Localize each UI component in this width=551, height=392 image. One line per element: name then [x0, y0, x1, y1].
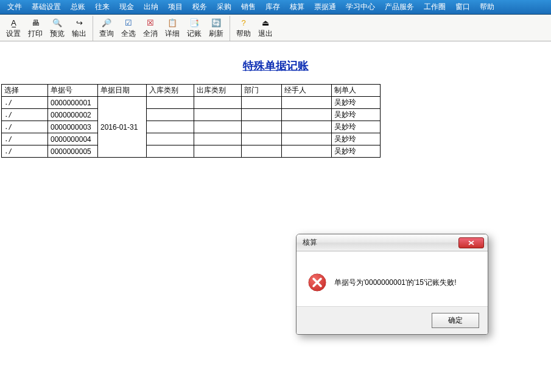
- toolbar-button-label: 详细: [165, 29, 180, 39]
- table-header-row: 选择单据号单据日期入库类别出库类别部门经手人制单人: [2, 85, 381, 97]
- table-row[interactable]: ./0000000004吴妙玲: [2, 133, 381, 145]
- toolbar-group: 🔎查询☑全选☒全消📋详细📑记账🔄刷新: [96, 16, 230, 41]
- cell: ./: [2, 121, 48, 133]
- close-icon: [468, 240, 474, 245]
- menu-item[interactable]: 学习中心: [341, 0, 380, 14]
- cell: [282, 121, 332, 133]
- menu-item[interactable]: 现金: [114, 0, 139, 14]
- cell: [147, 133, 194, 145]
- 打印-icon: 🖶: [30, 18, 40, 28]
- toolbar-button-预览[interactable]: 🔍预览: [46, 16, 68, 41]
- menu-item[interactable]: 产品服务: [380, 0, 419, 14]
- toolbar-button-label: 退出: [258, 29, 273, 39]
- 记账-icon: 📑: [189, 18, 199, 28]
- toolbar-button-打印[interactable]: 🖶打印: [24, 16, 46, 41]
- toolbar-button-全选[interactable]: ☑全选: [118, 16, 139, 41]
- toolbar-button-label: 全选: [121, 29, 136, 39]
- toolbar-button-详细[interactable]: 📋详细: [161, 16, 183, 41]
- dialog-title: 核算: [303, 237, 317, 248]
- menu-bar: 文件基础设置总账往来现金出纳项目税务采购销售库存核算票据通学习中心产品服务工作圈…: [0, 0, 551, 15]
- message-dialog: 核算 单据号为'0000000001'的'15'记账失败! 确定: [296, 234, 488, 335]
- cell: [242, 109, 282, 121]
- toolbar-button-label: 记账: [187, 29, 202, 39]
- data-table: 选择单据号单据日期入库类别出库类别部门经手人制单人 ./000000000120…: [1, 84, 381, 158]
- cell: [242, 145, 282, 158]
- 全消-icon: ☒: [146, 18, 155, 28]
- menu-item[interactable]: 核算: [285, 0, 309, 14]
- table-row[interactable]: ./0000000003吴妙玲: [2, 121, 381, 133]
- dialog-titlebar[interactable]: 核算: [297, 234, 488, 251]
- 预览-icon: 🔍: [52, 18, 62, 28]
- cell: [282, 133, 332, 145]
- menu-item[interactable]: 采购: [212, 0, 236, 14]
- cell: [282, 97, 332, 109]
- cell: ./: [2, 97, 48, 109]
- menu-item[interactable]: 总账: [66, 0, 90, 14]
- dialog-close-button[interactable]: [458, 237, 484, 248]
- 帮助-icon: ?: [239, 18, 248, 28]
- toolbar-button-刷新[interactable]: 🔄刷新: [205, 16, 227, 41]
- toolbar-button-全消[interactable]: ☒全消: [139, 16, 161, 41]
- menu-item[interactable]: 税务: [188, 0, 212, 14]
- 退出-icon: ⏏: [261, 18, 270, 28]
- toolbar-group: ?帮助⏏退出: [233, 16, 279, 41]
- cell: 吴妙玲: [332, 145, 381, 158]
- cell: 0000000005: [48, 145, 98, 158]
- cell: [194, 109, 242, 121]
- toolbar-group: A̲设置🖶打印🔍预览↪输出: [2, 16, 93, 41]
- menu-item[interactable]: 出纳: [139, 0, 163, 14]
- toolbar-button-设置[interactable]: A̲设置: [2, 16, 24, 41]
- error-icon: [307, 273, 327, 292]
- toolbar-button-帮助[interactable]: ?帮助: [233, 16, 254, 41]
- cell: [147, 109, 194, 121]
- column-header: 入库类别: [147, 85, 194, 97]
- cell: [242, 97, 282, 109]
- menu-item[interactable]: 往来: [90, 0, 114, 14]
- toolbar-button-记账[interactable]: 📑记账: [183, 16, 205, 41]
- column-header: 制单人: [332, 85, 381, 97]
- cell: 0000000003: [48, 121, 98, 133]
- menu-item[interactable]: 项目: [163, 0, 188, 14]
- cell: [194, 133, 242, 145]
- menu-item[interactable]: 文件: [2, 0, 27, 14]
- cell: [194, 121, 242, 133]
- menu-item[interactable]: 帮助: [475, 0, 499, 14]
- menu-item[interactable]: 基础设置: [27, 0, 66, 14]
- page-title: 特殊单据记账: [243, 60, 309, 72]
- cell: ./: [2, 145, 48, 158]
- cell: 吴妙玲: [332, 133, 381, 145]
- table-row[interactable]: ./0000000002吴妙玲: [2, 109, 381, 121]
- toolbar-button-label: 帮助: [236, 29, 251, 39]
- cell: 0000000002: [48, 109, 98, 121]
- menu-item[interactable]: 票据通: [309, 0, 341, 14]
- page-title-wrap: 特殊单据记账: [0, 41, 551, 84]
- column-header: 选择: [2, 85, 48, 97]
- menu-item[interactable]: 库存: [261, 0, 285, 14]
- column-header: 单据日期: [98, 85, 147, 97]
- 输出-icon: ↪: [74, 18, 84, 28]
- menu-item[interactable]: 工作圈: [419, 0, 451, 14]
- menu-item[interactable]: 窗口: [451, 0, 475, 14]
- toolbar-button-退出[interactable]: ⏏退出: [254, 16, 276, 41]
- 刷新-icon: 🔄: [211, 18, 221, 28]
- toolbar: A̲设置🖶打印🔍预览↪输出🔎查询☑全选☒全消📋详细📑记账🔄刷新?帮助⏏退出: [0, 15, 551, 41]
- menu-item[interactable]: 销售: [236, 0, 261, 14]
- cell: [147, 97, 194, 109]
- ok-button[interactable]: 确定: [432, 313, 479, 328]
- toolbar-button-输出[interactable]: ↪输出: [68, 16, 90, 41]
- cell: [282, 109, 332, 121]
- column-header: 出库类别: [194, 85, 242, 97]
- 详细-icon: 📋: [167, 18, 177, 28]
- cell: 0000000001: [48, 97, 98, 109]
- cell-date: 2016-01-31: [98, 97, 147, 158]
- table-row[interactable]: ./00000000012016-01-31吴妙玲: [2, 97, 381, 109]
- cell: 0000000004: [48, 133, 98, 145]
- column-header: 部门: [242, 85, 282, 97]
- 设置-icon: A̲: [9, 18, 18, 28]
- cell: [194, 145, 242, 158]
- toolbar-button-label: 输出: [72, 29, 86, 39]
- cell: ./: [2, 109, 48, 121]
- table-row[interactable]: ./0000000005吴妙玲: [2, 145, 381, 158]
- column-header: 经手人: [282, 85, 332, 97]
- toolbar-button-查询[interactable]: 🔎查询: [96, 16, 118, 41]
